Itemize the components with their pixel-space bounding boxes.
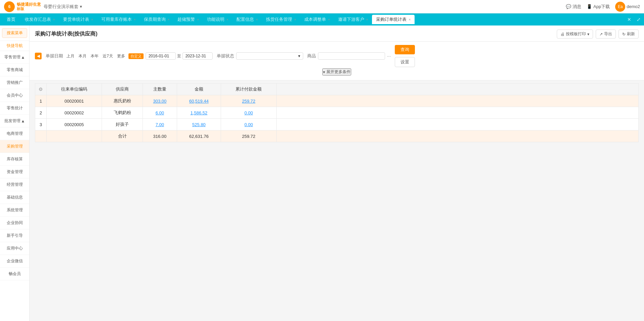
tab-3[interactable]: 保质期查询 × <box>140 15 174 24</box>
tab-1[interactable]: 要货单统计表 × <box>59 15 97 24</box>
sidebar-item-label: 畅会员 <box>9 271 21 277</box>
export-icon: ↗ <box>599 32 603 37</box>
status-select[interactable]: ▾ <box>236 52 303 60</box>
tab-close-4[interactable]: × <box>197 18 199 21</box>
sidebar-item-member-center[interactable]: 会员中心 <box>0 89 29 102</box>
sidebar-item-retail-stats[interactable]: 零售统计 <box>0 102 29 115</box>
paid-link[interactable]: 0.00 <box>245 122 253 127</box>
row-amount: 1,586.52 <box>177 107 221 119</box>
main-layout: 搜索菜单 快捷导航 零售管理 ▲ 零售商城 营销推广 会员中心 零售统计 批发管… <box>0 25 644 321</box>
goods-input[interactable] <box>318 52 385 60</box>
sidebar-item-retail-mall[interactable]: 零售商城 <box>0 64 29 76</box>
chevron-down-icon: ▾ <box>298 54 300 58</box>
tab-close-9[interactable]: × <box>366 18 368 21</box>
shortcut-last-7-days[interactable]: 近7天 <box>101 53 114 60</box>
sidebar-item-purchasing[interactable]: 采购管理 <box>0 140 29 153</box>
sidebar-item-label: 企业微信 <box>7 258 23 264</box>
sidebar-item-finance[interactable]: 资金管理 <box>0 166 29 178</box>
sidebar-item-member[interactable]: 畅会员 <box>0 268 29 280</box>
row-index: 3 <box>35 119 47 130</box>
tab-close-7[interactable]: × <box>294 18 296 21</box>
tab-8[interactable]: 成本调整单 × <box>300 15 334 24</box>
amount-link[interactable]: 525.80 <box>192 122 206 127</box>
query-button[interactable]: 查询 <box>395 45 415 54</box>
tab-9[interactable]: 邀请下游客户 × <box>334 15 372 24</box>
chevron-down-icon: ▾ <box>80 4 82 9</box>
date-from-input[interactable] <box>146 52 176 60</box>
sidebar-item-collaboration[interactable]: 企业协同 <box>0 217 29 229</box>
footer-paid: 259.72 <box>221 130 276 142</box>
top-bar: 6 畅捷通好生意 标版 母婴行业演示账套 ▾ 💬 消息 📱 App下载 Ea d… <box>0 0 644 13</box>
tab-close-6[interactable]: × <box>256 18 258 21</box>
tab-close-10[interactable]: × <box>409 18 411 21</box>
sidebar-item-operations[interactable]: 经营管理 <box>0 178 29 191</box>
sidebar-item-label: 零售商城 <box>7 67 23 73</box>
goods-filter-group: 商品 ··· <box>307 52 391 60</box>
custom-date-badge: 自定义 <box>128 53 144 59</box>
tab-close-1[interactable]: × <box>91 18 93 21</box>
settings-button[interactable]: 设置 <box>395 57 415 67</box>
logo-icon: 6 <box>4 1 15 12</box>
sidebar-item-guide[interactable]: 新手引导 <box>0 229 29 242</box>
print-button[interactable]: 🖨 按模板打印 ▾ <box>557 30 593 39</box>
search-menu-button[interactable]: 搜索菜单 <box>2 28 27 38</box>
tab-10[interactable]: 采购订单统计表 × <box>372 15 415 24</box>
shortcut-more[interactable]: 更多 <box>116 53 126 60</box>
tab-close-2[interactable]: × <box>134 18 136 21</box>
sidebar-item-basic-info[interactable]: 基础信息 <box>0 191 29 204</box>
collapse-filter-btn[interactable]: ◀ <box>35 53 42 59</box>
tab-5[interactable]: 功能说明 × <box>203 15 232 24</box>
quantity-link[interactable]: 303.00 <box>153 99 167 104</box>
tab-2[interactable]: 可用量库存账本 × <box>97 15 140 24</box>
gear-icon[interactable]: ⚙ <box>39 87 43 92</box>
quick-nav-button[interactable]: 快捷导航 <box>0 41 29 51</box>
tab-home[interactable]: 首页 <box>1 15 21 24</box>
logo-text: 畅捷通好生意 标版 <box>17 2 41 11</box>
row-paid: 0.00 <box>221 119 276 130</box>
sidebar-item-ecommerce[interactable]: 电商管理 <box>0 127 29 140</box>
sidebar: 搜索菜单 快捷导航 零售管理 ▲ 零售商城 营销推广 会员中心 零售统计 批发管… <box>0 25 30 321</box>
shortcut-last-month[interactable]: 上月 <box>65 53 76 60</box>
sidebar-item-system[interactable]: 系统管理 <box>0 204 29 217</box>
download-icon: 📱 <box>587 4 592 9</box>
row-paid: 259.72 <box>221 95 276 107</box>
shortcut-this-year[interactable]: 本年 <box>89 53 100 60</box>
tab-close-5[interactable]: × <box>226 18 228 21</box>
nav-close-btn[interactable]: ✕ <box>625 16 633 23</box>
tab-close-3[interactable]: × <box>168 18 170 21</box>
shortcut-this-month[interactable]: 本月 <box>77 53 88 60</box>
refresh-button[interactable]: ↻ 刷新 <box>619 30 639 39</box>
row-quantity: 7.00 <box>143 119 177 130</box>
sidebar-item-label: 采购管理 <box>7 144 23 149</box>
amount-link[interactable]: 1,586.52 <box>191 110 208 115</box>
tab-4[interactable]: 超储预警 × <box>173 15 203 24</box>
tab-close-0[interactable]: × <box>53 18 55 21</box>
sidebar-item-marketing[interactable]: 营销推广 <box>0 76 29 89</box>
paid-link[interactable]: 259.72 <box>242 99 256 104</box>
message-button[interactable]: 💬 消息 <box>566 4 581 10</box>
quantity-link[interactable]: 7.00 <box>156 122 164 127</box>
date-to-input[interactable] <box>182 52 213 60</box>
workspace-selector[interactable]: 母婴行业演示账套 ▾ <box>44 4 82 10</box>
sidebar-item-enterprise-wechat[interactable]: 企业微信 <box>0 255 29 268</box>
tab-6[interactable]: 配置信息 × <box>232 15 262 24</box>
quantity-link[interactable]: 6.00 <box>156 110 164 115</box>
sidebar-item-inventory[interactable]: 库存核算 <box>0 153 29 166</box>
sidebar-item-retail-management[interactable]: 零售管理 ▲ <box>0 51 29 64</box>
expand-filter-button[interactable]: ▾ 展开更多条件 <box>322 68 351 75</box>
sidebar-item-wholesale[interactable]: 批发管理 ▲ <box>0 115 29 127</box>
user-avatar-area[interactable]: Ea demo2 <box>615 2 640 12</box>
amount-link[interactable]: 60,519.44 <box>189 99 209 104</box>
tab-7[interactable]: 拣货任务管理 × <box>262 15 300 24</box>
tab-0[interactable]: 收发存汇总表 × <box>21 15 59 24</box>
page-actions: 🖨 按模板打印 ▾ ↗ 导出 ↻ 刷新 <box>557 30 639 39</box>
sidebar-item-app-center[interactable]: 应用中心 <box>0 242 29 255</box>
date-range: 至 <box>146 52 213 60</box>
goods-more-icon[interactable]: ··· <box>387 53 391 59</box>
paid-link[interactable]: 0.00 <box>245 110 253 115</box>
tab-close-8[interactable]: × <box>328 18 330 21</box>
nav-expand-btn[interactable]: ⤢ <box>635 16 643 23</box>
sidebar-item-label: 新手引导 <box>7 233 23 238</box>
export-button[interactable]: ↗ 导出 <box>596 30 616 39</box>
app-download-button[interactable]: 📱 App下载 <box>587 4 610 10</box>
